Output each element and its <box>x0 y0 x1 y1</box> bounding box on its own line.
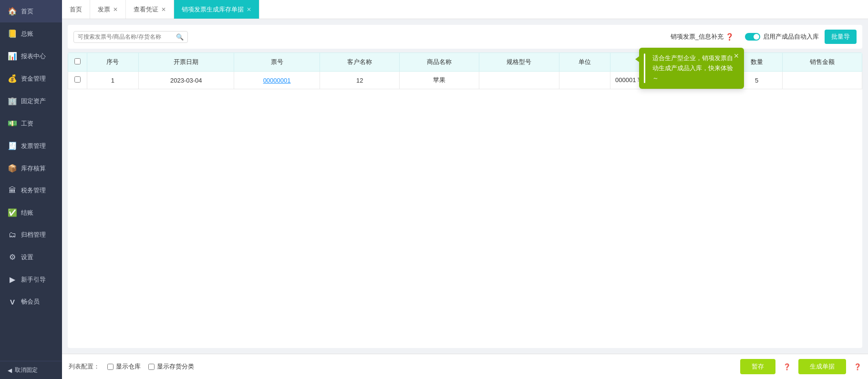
ledger-icon: 📒 <box>8 29 17 38</box>
search-box[interactable]: 🔍 <box>73 31 188 43</box>
wage-icon: 💵 <box>8 119 17 128</box>
show-category-checkbox[interactable] <box>148 364 155 370</box>
generate-help-icon[interactable]: ❓ <box>854 363 861 370</box>
sidebar-item-label: 结账 <box>21 209 33 217</box>
sidebar-item-label: 首页 <box>21 7 33 16</box>
tab-home[interactable]: 首页 <box>62 0 90 19</box>
table-header-seq: 序号 <box>87 53 139 72</box>
sidebar-item-invoice[interactable]: 🧾 发票管理 <box>0 135 62 157</box>
sidebar-item-guide[interactable]: ▶ 新手引导 <box>0 268 62 291</box>
info-label-text: 销项发票_信息补充 <box>671 32 723 41</box>
sidebar-item-ledger[interactable]: 📒 总账 <box>0 22 62 45</box>
row-seq: 1 <box>87 72 139 89</box>
table-header-spec: 规格型号 <box>479 53 559 72</box>
tab-invoice[interactable]: 发票 ✕ <box>90 0 126 19</box>
stock-icon: 📦 <box>8 164 17 173</box>
table-header-check <box>68 53 87 72</box>
tab-stock-bill-label: 销项发票生成库存单据 <box>182 5 244 14</box>
sidebar-item-settle[interactable]: ✅ 结账 <box>0 201 62 224</box>
tab-voucher-close[interactable]: ✕ <box>161 6 166 13</box>
sidebar-item-label: 畅会员 <box>21 297 40 306</box>
table-header-ticket: 票号 <box>234 53 320 72</box>
save-button[interactable]: 暂存 <box>740 359 775 374</box>
auto-stock-toggle[interactable] <box>745 33 760 41</box>
sidebar-item-home[interactable]: 🏠 首页 <box>0 0 62 22</box>
asset-icon: 🏢 <box>8 96 17 105</box>
row-goods: 苹果 <box>400 72 479 89</box>
settings-icon: ⚙ <box>8 253 17 262</box>
show-warehouse-item: 显示仓库 <box>107 362 141 371</box>
unpin-label: 取消固定 <box>15 366 38 374</box>
show-category-label: 显示存货分类 <box>157 362 194 371</box>
tab-bar: 首页 发票 ✕ 查看凭证 ✕ 销项发票生成库存单据 ✕ <box>62 0 868 19</box>
sidebar: 🏠 首页 📒 总账 📊 报表中心 💰 资金管理 🏢 固定资产 💵 工资 🧾 发票… <box>0 0 62 379</box>
table-header-customer: 客户名称 <box>320 53 400 72</box>
tax-icon: 🏛 <box>8 186 17 195</box>
row-unit <box>559 72 610 89</box>
batch-button[interactable]: 批量导 <box>825 30 857 44</box>
sidebar-item-label: 固定资产 <box>21 97 46 105</box>
sidebar-item-member[interactable]: V 畅会员 <box>0 291 62 313</box>
sidebar-item-wage[interactable]: 💵 工资 <box>0 112 62 135</box>
sidebar-item-stock[interactable]: 📦 库存核算 <box>0 157 62 179</box>
archive-icon: 🗂 <box>8 231 17 239</box>
unpin-icon: ◀ <box>8 367 12 374</box>
select-all-checkbox[interactable] <box>74 58 81 64</box>
tooltip-bar <box>644 53 645 83</box>
show-category-item: 显示存货分类 <box>148 362 194 371</box>
row-check <box>68 72 87 89</box>
row-date: 2023-03-04 <box>138 72 234 89</box>
generate-button[interactable]: 生成单据 <box>798 359 846 374</box>
fund-icon: 💰 <box>8 74 17 83</box>
tab-stock-bill-close[interactable]: ✕ <box>247 6 251 13</box>
sidebar-item-label: 总账 <box>21 30 33 38</box>
sidebar-item-archive[interactable]: 🗂 归档管理 <box>0 224 62 246</box>
sidebar-item-fund[interactable]: 💰 资金管理 <box>0 67 62 90</box>
tab-voucher[interactable]: 查看凭证 ✕ <box>126 0 174 19</box>
row-checkbox[interactable] <box>74 76 81 83</box>
sidebar-item-label: 新手引导 <box>21 275 46 284</box>
info-label: 销项发票_信息补充 ❓ <box>671 32 734 41</box>
sidebar-item-label: 设置 <box>21 253 33 262</box>
row-customer: 12 <box>320 72 400 89</box>
main-area: 首页 发票 ✕ 查看凭证 ✕ 销项发票生成库存单据 ✕ 🔍 销项发票_信息补充 … <box>62 0 868 379</box>
show-warehouse-label: 显示仓库 <box>116 362 141 371</box>
save-help-icon[interactable]: ❓ <box>783 363 791 370</box>
table-header-goods: 商品名称 <box>400 53 479 72</box>
tab-home-label: 首页 <box>70 5 82 14</box>
tooltip-close-icon[interactable]: ✕ <box>734 51 739 61</box>
tab-voucher-label: 查看凭证 <box>134 5 158 14</box>
info-icon[interactable]: ❓ <box>725 33 734 41</box>
row-ticket[interactable]: 00000001 <box>234 72 320 89</box>
footer: 列表配置： 显示仓库 显示存货分类 暂存 ❓ 生成单据 ❓ <box>62 354 868 379</box>
tab-invoice-label: 发票 <box>98 5 110 14</box>
table-header-warehouse: 销售金额 <box>782 53 862 72</box>
sidebar-unpin[interactable]: ◀ 取消固定 <box>0 361 62 379</box>
sidebar-item-asset[interactable]: 🏢 固定资产 <box>0 90 62 112</box>
tooltip-text: 适合生产型企业，销项发票自动生成产成品入库，快来体验～ <box>647 53 736 83</box>
table-wrap: 序号 开票日期 票号 客户名称 商品名称 规格型号 单位 * 存货名称 数量 销… <box>68 53 862 348</box>
sidebar-item-tax[interactable]: 🏛 税务管理 <box>0 179 62 201</box>
search-icon: 🔍 <box>176 33 184 41</box>
tab-stock-bill[interactable]: 销项发票生成库存单据 ✕ <box>174 0 259 19</box>
guide-icon: ▶ <box>8 275 17 284</box>
report-icon: 📊 <box>8 52 17 61</box>
sidebar-item-label: 发票管理 <box>21 142 46 150</box>
content-area: 🔍 销项发票_信息补充 ❓ 启用产成品自动入库 批量导 序 <box>62 19 868 354</box>
sidebar-item-label: 归档管理 <box>21 231 46 239</box>
sidebar-item-settings[interactable]: ⚙ 设置 <box>0 246 62 268</box>
home-icon: 🏠 <box>8 7 17 16</box>
toolbar: 🔍 销项发票_信息补充 ❓ 启用产成品自动入库 批量导 <box>68 25 862 49</box>
show-warehouse-checkbox[interactable] <box>107 364 114 370</box>
row-spec <box>479 72 559 89</box>
list-config-label: 列表配置： <box>69 362 100 371</box>
search-input[interactable] <box>78 33 173 40</box>
table-header-date: 开票日期 <box>138 53 234 72</box>
tooltip-bubble: ✕ 适合生产型企业，销项发票自动生成产成品入库，快来体验～ <box>639 48 744 89</box>
ticket-link[interactable]: 00000001 <box>263 77 291 84</box>
member-icon: V <box>8 298 17 306</box>
toggle-label: 启用产成品自动入库 <box>763 32 819 41</box>
sidebar-item-report[interactable]: 📊 报表中心 <box>0 45 62 67</box>
sidebar-item-label: 库存核算 <box>21 164 46 173</box>
tab-invoice-close[interactable]: ✕ <box>113 6 118 13</box>
